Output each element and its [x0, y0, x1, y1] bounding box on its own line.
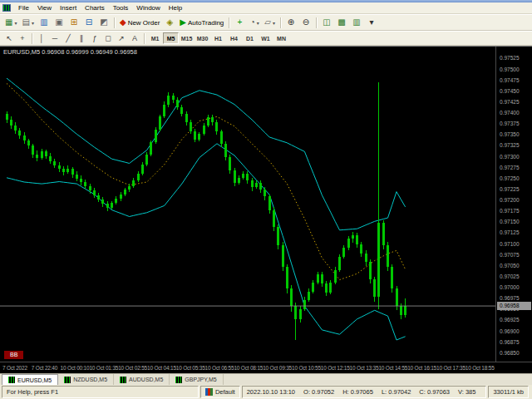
chart-window-icon [2, 4, 11, 12]
timeframe-h4-button[interactable]: H4 [226, 32, 242, 44]
price-tick: 0.97275 [500, 165, 520, 170]
tab-nzdusd-m5[interactable]: NZDUSD,M5 [58, 374, 114, 385]
tools-toolbar: ↖+│─╱∥ƒ◻↗AM1M5M15M30H1H4D1W1MN [0, 31, 532, 46]
profiles-icon: ▤ [22, 18, 29, 27]
time-tick: 10 Oct 14:55 [378, 365, 407, 371]
timeframe-h1-button[interactable]: H1 [210, 32, 226, 44]
time-tick: 10 Oct 10:55 [292, 365, 321, 371]
new-order-button[interactable]: ◆New Order [117, 16, 162, 29]
menu-view[interactable]: View [33, 2, 56, 14]
cascade-windows-button[interactable]: ▩ [334, 16, 349, 29]
menu-charts[interactable]: Charts [81, 2, 109, 14]
price-tick: 0.97375 [500, 121, 520, 126]
tab-eurusd-m5[interactable]: EURUSD,M5 [2, 374, 58, 385]
zoom-in-button[interactable]: ⊕ [283, 16, 298, 29]
vertical-line-button[interactable]: │ [35, 32, 48, 44]
time-axis[interactable]: 7 Oct 20227 Oct 22:4010 Oct 00:1010 Oct … [0, 362, 532, 373]
windows-dropdown-button[interactable]: ▾ [364, 16, 379, 29]
chart-canvas[interactable] [0, 47, 495, 362]
tile-windows-button[interactable]: ◫ [319, 16, 334, 29]
navigator-icon: ⊞ [71, 18, 77, 27]
timeframe-m15-button[interactable]: M15 [179, 32, 195, 44]
price-tick: 0.97075 [500, 252, 520, 258]
chart-area: EURUSD,M5 0.96908 0.96999 0.96949 0.9695… [0, 46, 532, 373]
menu-help[interactable]: Help [165, 2, 186, 14]
autotrading-icon: ▶ [180, 18, 186, 27]
shapes-button[interactable]: ◻ [101, 32, 115, 44]
price-tick: 0.97450 [500, 88, 520, 94]
tab-audusd-m5[interactable]: AUDUSD,M5 [114, 374, 170, 385]
strategy-tester-button[interactable]: ◩ [96, 16, 111, 29]
autotrading-button[interactable]: ▶AutoTrading [177, 16, 226, 29]
zoom-out-icon: ⊖ [303, 18, 309, 27]
price-tick: 0.96850 [500, 350, 520, 356]
timeframe-d1-button[interactable]: D1 [242, 32, 258, 44]
time-tick: 10 Oct 00:10 [61, 365, 90, 371]
trendline-button[interactable]: ╱ [62, 32, 75, 44]
price-axis[interactable]: 0.96958 0.975250.975000.974750.974500.97… [495, 47, 532, 362]
price-tick: 0.97050 [500, 263, 520, 268]
data-window-button[interactable]: ▣ [52, 16, 66, 29]
chart-tab-icon [64, 377, 71, 383]
time-tick: 10 Oct 02:55 [118, 365, 147, 371]
arrows-button[interactable]: ↗ [115, 32, 128, 44]
cursor-button[interactable]: ↖ [2, 32, 16, 44]
terminal-button[interactable]: ⊟ [81, 16, 96, 29]
metaeditor-icon: ◈ [166, 18, 173, 27]
timeframe-mn-button[interactable]: MN [273, 32, 289, 44]
price-tick: 0.96875 [500, 339, 520, 345]
price-tick: 0.97300 [500, 154, 520, 160]
price-tick: 0.97325 [500, 142, 520, 148]
dropdown-arrow-icon: ▾ [14, 20, 17, 26]
timeframe-m30-button[interactable]: M30 [195, 32, 210, 44]
autotrading-label: AutoTrading [188, 19, 224, 27]
price-tick: 0.97100 [500, 241, 520, 247]
zoom-out-button[interactable]: ⊖ [298, 16, 313, 29]
dropdown-arrow-icon: ▾ [273, 20, 275, 26]
crosshair-button[interactable]: + [16, 32, 29, 44]
strategy-tester-icon: ◩ [100, 18, 107, 27]
time-tick: 10 Oct 05:35 [176, 365, 205, 371]
profile-name: Default [215, 388, 235, 396]
channel-button[interactable]: ∥ [75, 32, 88, 44]
timeframe-w1-button[interactable]: W1 [258, 32, 273, 44]
tab-gbpjpy-m5[interactable]: GBPJPY,M5 [170, 374, 223, 385]
navigator-button[interactable]: ⊞ [66, 16, 81, 29]
timeframe-m5-button[interactable]: M5 [163, 32, 179, 44]
status-profile[interactable]: Default [200, 386, 240, 398]
time-tick: 10 Oct 09:35 [263, 365, 292, 371]
time-tick: 10 Oct 13:35 [350, 365, 379, 371]
fibonacci-button[interactable]: ƒ [88, 32, 101, 44]
market-watch-icon: ▥ [40, 18, 47, 27]
price-tick: 0.96975 [500, 295, 520, 301]
metaeditor-button[interactable]: ◈ [162, 16, 177, 29]
price-tick: 0.97200 [500, 197, 520, 203]
new-order-icon: ◆ [120, 18, 126, 27]
timeframe-m1-button[interactable]: M1 [147, 32, 163, 44]
templates-button[interactable]: ▱▾ [262, 16, 278, 29]
price-tick: 0.97225 [500, 186, 520, 192]
profiles-button[interactable]: ▤▾ [19, 16, 36, 29]
tab-label: AUDUSD,M5 [129, 377, 163, 382]
new-chart-button[interactable]: ▦▾ [2, 16, 19, 29]
menu-file[interactable]: File [14, 2, 33, 14]
menu-insert[interactable]: Insert [56, 2, 81, 14]
toolbar-separator [32, 33, 32, 44]
menu-window[interactable]: Window [132, 2, 164, 14]
arrange-windows-button[interactable]: ▥ [349, 16, 364, 29]
time-tick: 7 Oct 22:40 [32, 365, 57, 371]
chart-tabs: EURUSD,M5NZDUSD,M5AUDUSD,M5GBPJPY,M5 [0, 373, 532, 385]
price-tick: 0.97125 [500, 229, 520, 235]
text-button[interactable]: A [128, 32, 141, 44]
templates-icon: ▱ [264, 18, 271, 27]
help-text: For Help, press F1 [7, 388, 58, 396]
vertical-line-icon: │ [39, 35, 44, 42]
market-watch-button[interactable]: ▥ [37, 16, 52, 29]
menu-tools[interactable]: Tools [109, 2, 133, 14]
cursor-icon: ↖ [6, 35, 12, 42]
add-indicator-button[interactable]: + [232, 16, 247, 29]
horizontal-line-button[interactable]: ─ [48, 32, 62, 44]
periods-button[interactable]: ◔▾ [247, 16, 262, 29]
main-toolbar: ▦▾▤▾▥▣⊞⊟◩◆New Order◈▶AutoTrading+◔▾▱▾⊕⊖◫… [0, 14, 532, 31]
cascade-windows-icon: ▩ [337, 18, 345, 27]
